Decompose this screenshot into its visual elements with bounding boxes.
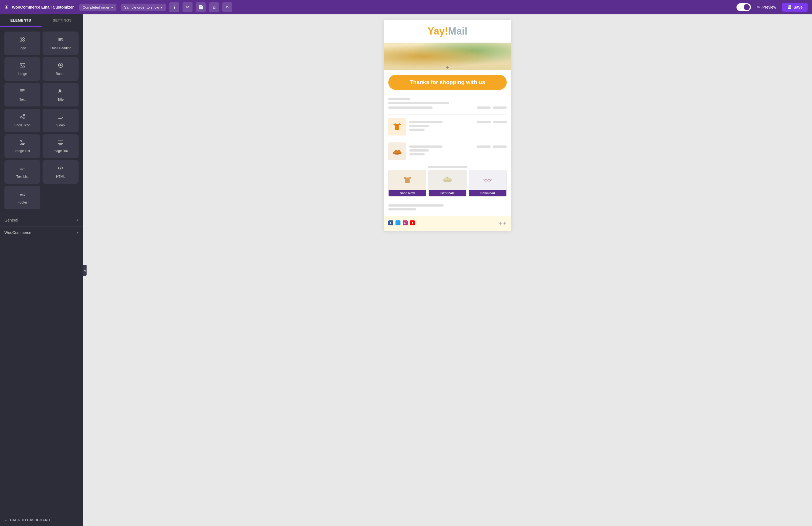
copy-button[interactable]: ⧉ [209, 2, 219, 12]
svg-text:A: A [58, 89, 62, 93]
svg-rect-14 [58, 115, 62, 118]
hero-image [384, 43, 511, 70]
order-item-2 [384, 139, 511, 163]
svg-point-33 [488, 179, 491, 181]
related-product-3: Download [469, 170, 507, 196]
chevron-down-icon: ▾ [111, 5, 113, 10]
collapse-handle[interactable]: ◀ [83, 265, 87, 276]
chevron-down-icon-2: ▾ [161, 5, 163, 10]
rp-img-1 [389, 170, 426, 190]
get-deals-button[interactable]: Get Deals [429, 190, 466, 196]
element-video[interactable]: Video [43, 109, 78, 132]
item-details-1 [409, 121, 507, 132]
tab-elements[interactable]: ELEMENTS [0, 14, 42, 27]
active-toggle[interactable] [737, 3, 751, 11]
text-list-icon [19, 165, 26, 173]
svg-rect-31 [447, 177, 448, 178]
svg-text:A: A [62, 39, 63, 42]
svg-line-12 [21, 115, 24, 116]
rp-img-3 [469, 170, 506, 190]
svg-rect-16 [20, 143, 21, 144]
facebook-icon: f [388, 220, 393, 227]
email-body-text [384, 201, 511, 216]
element-footer[interactable]: Footer [4, 186, 40, 209]
image-box-icon [58, 140, 63, 147]
app-title: WooCommerce Email Customizer [12, 5, 74, 10]
back-to-dashboard[interactable]: ← BACK TO DASHBOARD [0, 514, 83, 526]
svg-point-32 [484, 179, 487, 181]
related-product-2: Get Deals [429, 170, 466, 196]
element-image-box[interactable]: Image Box [43, 134, 78, 158]
carousel-dot [446, 67, 449, 69]
instagram-icon [403, 220, 408, 227]
element-image-list[interactable]: Image List [4, 134, 40, 158]
brand-yay: Yay! [427, 26, 448, 37]
email-button[interactable]: ✉ [183, 2, 192, 12]
refresh-button[interactable]: ↺ [222, 2, 232, 12]
brand-title: Yay!Mail [427, 26, 467, 37]
element-title[interactable]: A Title [43, 83, 78, 106]
email-heading-icon: A [58, 36, 63, 44]
completed-order-select[interactable]: Completed order ▾ [79, 4, 116, 11]
logo-icon [19, 36, 26, 44]
product-thumb-1 [388, 118, 406, 135]
email-footer: f t ✦✦ [384, 216, 511, 231]
section-woocommerce[interactable]: WooCommerce ▾ [0, 226, 83, 239]
related-product-1: Shop Now [388, 170, 426, 196]
sidebar-tabs: ELEMENTS SETTINGS [0, 14, 83, 27]
element-logo[interactable]: Logo [4, 31, 40, 55]
footer-icon [19, 191, 26, 198]
svg-point-29 [394, 152, 396, 153]
html-icon [58, 165, 63, 173]
order-info [384, 94, 511, 114]
eye-icon: 👁 [757, 5, 761, 10]
toggle-wrap [737, 3, 751, 11]
element-email-heading[interactable]: A Email Heading [43, 31, 78, 55]
svg-rect-21 [58, 140, 63, 144]
text-icon [19, 88, 26, 96]
yaymail-header: Yay!Mail [384, 20, 511, 43]
svg-rect-27 [20, 192, 25, 194]
svg-rect-3 [20, 63, 25, 67]
related-header [384, 163, 511, 170]
canvas: Yay!Mail Thanks for shopping with us [83, 14, 812, 526]
thanks-banner: Thanks for shopping with us [388, 75, 507, 90]
element-button[interactable]: Button [43, 57, 78, 81]
image-icon [19, 62, 26, 70]
download-button[interactable]: Download [469, 190, 506, 196]
svg-point-1 [21, 39, 24, 41]
completed-order-label: Completed order [83, 5, 110, 10]
video-icon [58, 114, 63, 121]
social-icon-icon [19, 114, 26, 121]
preview-button[interactable]: 👁 Preview [754, 3, 779, 11]
element-social-icon[interactable]: Social Icon [4, 109, 40, 132]
image-list-icon [19, 140, 26, 147]
grid-icon: ⊞ [4, 4, 9, 10]
shop-now-button[interactable]: Shop Now [389, 190, 426, 196]
element-html[interactable]: HTML [43, 160, 78, 184]
rp-img-2 [429, 170, 466, 190]
product-thumb-2 [388, 143, 406, 160]
element-image[interactable]: Image [4, 57, 40, 81]
info-button[interactable]: ℹ [169, 2, 179, 12]
save-icon: 💾 [787, 5, 792, 10]
social-icons: f t [388, 220, 415, 227]
svg-rect-15 [20, 141, 21, 142]
sample-order-select[interactable]: Sample order to show ▾ [121, 4, 166, 11]
tab-settings[interactable]: SETTINGS [42, 14, 83, 27]
sidebar: ELEMENTS SETTINGS Logo A Email Heading [0, 14, 83, 526]
item-details-2 [409, 145, 507, 157]
save-button[interactable]: 💾 Save [782, 3, 808, 12]
svg-point-9 [20, 116, 21, 118]
file-button[interactable]: 📄 [196, 2, 206, 12]
section-general[interactable]: General ▾ [0, 214, 83, 226]
svg-rect-39 [403, 220, 408, 225]
element-text[interactable]: Text [4, 83, 40, 106]
svg-line-13 [21, 117, 24, 118]
element-text-list[interactable]: Text List [4, 160, 40, 184]
youtube-icon [410, 220, 415, 227]
svg-text:t: t [396, 221, 397, 224]
sample-order-label: Sample order to show [124, 5, 159, 10]
svg-point-10 [24, 115, 25, 116]
related-products: Shop Now Get Deals [384, 170, 511, 201]
